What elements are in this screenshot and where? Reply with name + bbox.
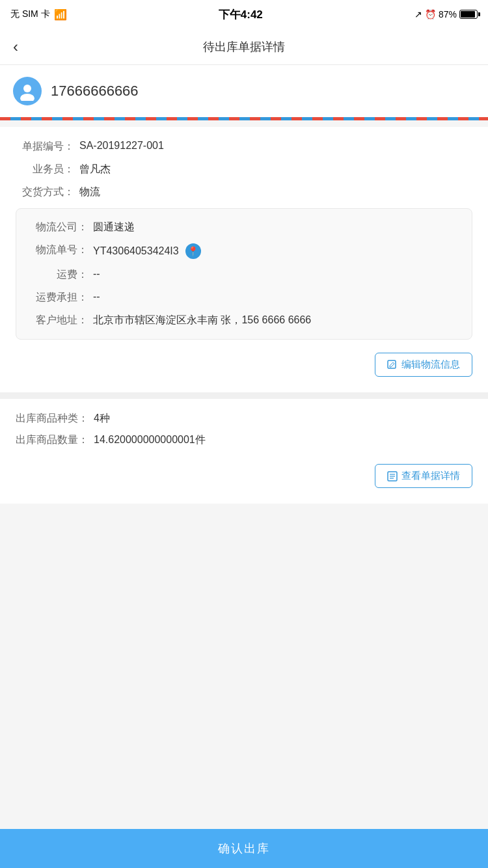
freight-bearer-value: -- xyxy=(93,291,459,303)
alarm-icon: ⏰ xyxy=(425,9,436,20)
battery-fill xyxy=(461,11,475,18)
battery-text: 87% xyxy=(439,9,457,20)
status-bar: 无 SIM 卡 📶 下午4:42 ↗ ⏰ 87% xyxy=(0,0,488,29)
svg-rect-2 xyxy=(388,360,396,368)
tracking-number: YT43064053424I3 xyxy=(93,245,179,257)
salesperson-label: 业务员： xyxy=(16,163,74,176)
doc-number-row: 单据编号： SA-20191227-001 xyxy=(16,140,472,154)
freight-bearer-label: 运费承担： xyxy=(29,291,88,305)
delivery-method-value: 物流 xyxy=(79,185,472,199)
delivery-method-row: 交货方式： 物流 xyxy=(16,185,472,199)
nav-bar: ‹ 待出库单据详情 xyxy=(0,29,488,65)
freight-label: 运费： xyxy=(29,268,88,282)
logistics-company-row: 物流公司： 圆通速递 xyxy=(29,221,459,234)
goods-types-label: 出库商品种类： xyxy=(16,412,88,426)
stripe-divider xyxy=(0,117,488,120)
wifi-icon: 📶 xyxy=(54,8,67,21)
list-icon xyxy=(387,471,398,481)
svg-point-1 xyxy=(20,94,34,101)
address-row: 客户地址： 北京市市辖区海淀区永丰南 张，156 6666 6666 xyxy=(29,314,459,327)
logistics-tracking-row: 物流单号： YT43064053424I3 📍 xyxy=(29,243,459,259)
logistics-tracking-value: YT43064053424I3 📍 xyxy=(93,243,459,259)
doc-info-section: 单据编号： SA-20191227-001 业务员： 曾凡杰 交货方式： 物流 … xyxy=(0,127,488,392)
location-icon[interactable]: 📍 xyxy=(185,243,201,259)
view-detail-container: 查看单据详情 xyxy=(16,455,472,491)
svg-point-0 xyxy=(23,85,31,92)
battery-rect xyxy=(459,10,478,19)
goods-quantity-value: 14.620000000000001件 xyxy=(94,433,206,447)
goods-quantity-row: 出库商品数量： 14.620000000000001件 xyxy=(16,433,472,447)
status-time: 下午4:42 xyxy=(219,7,263,22)
edit-icon xyxy=(387,360,398,370)
address-value: 北京市市辖区海淀区永丰南 张，156 6666 6666 xyxy=(93,314,459,327)
logistics-tracking-label: 物流单号： xyxy=(29,243,88,257)
goods-quantity-label: 出库商品数量： xyxy=(16,433,88,447)
logistics-card: 物流公司： 圆通速递 物流单号： YT43064053424I3 📍 运费： -… xyxy=(16,208,472,340)
freight-row: 运费： -- xyxy=(29,268,459,282)
confirm-button-label: 确认出库 xyxy=(218,841,270,856)
customer-phone: 17666666666 xyxy=(51,83,139,100)
page-title: 待出库单据详情 xyxy=(203,39,285,55)
salesperson-value: 曾凡杰 xyxy=(79,163,472,176)
carrier-text: 无 SIM 卡 xyxy=(10,8,50,20)
freight-bearer-row: 运费承担： -- xyxy=(29,291,459,305)
back-button[interactable]: ‹ xyxy=(13,39,18,55)
bottom-spacer xyxy=(0,504,488,829)
delivery-method-label: 交货方式： xyxy=(16,185,74,199)
confirm-bar[interactable]: 确认出库 xyxy=(0,829,488,868)
customer-section: 17666666666 xyxy=(0,65,488,117)
location-icon: ↗ xyxy=(414,9,422,20)
goods-types-row: 出库商品种类： 4种 xyxy=(16,412,472,426)
status-right: ↗ ⏰ 87% xyxy=(414,9,478,20)
page: 无 SIM 卡 📶 下午4:42 ↗ ⏰ 87% ‹ 待出库单据详情 1766 xyxy=(0,0,488,868)
goods-section: 出库商品种类： 4种 出库商品数量： 14.620000000000001件 查… xyxy=(0,399,488,504)
edit-logistics-button[interactable]: 编辑物流信息 xyxy=(375,353,472,377)
view-detail-label: 查看单据详情 xyxy=(401,470,460,482)
view-detail-button[interactable]: 查看单据详情 xyxy=(375,464,472,488)
logistics-company-label: 物流公司： xyxy=(29,221,88,234)
map-pin: 📍 xyxy=(187,246,198,256)
edit-logistics-container: 编辑物流信息 xyxy=(16,346,472,379)
section-divider-1 xyxy=(0,392,488,399)
status-left: 无 SIM 卡 📶 xyxy=(10,8,67,21)
freight-value: -- xyxy=(93,268,459,280)
doc-number-value: SA-20191227-001 xyxy=(79,140,472,152)
goods-types-value: 4种 xyxy=(94,412,110,426)
user-icon xyxy=(18,81,37,101)
battery-bar xyxy=(459,10,478,19)
avatar xyxy=(13,77,42,105)
logistics-company-value: 圆通速递 xyxy=(93,221,459,234)
edit-logistics-label: 编辑物流信息 xyxy=(401,359,460,371)
doc-number-label: 单据编号： xyxy=(16,140,74,154)
address-label: 客户地址： xyxy=(29,314,88,327)
salesperson-row: 业务员： 曾凡杰 xyxy=(16,163,472,176)
